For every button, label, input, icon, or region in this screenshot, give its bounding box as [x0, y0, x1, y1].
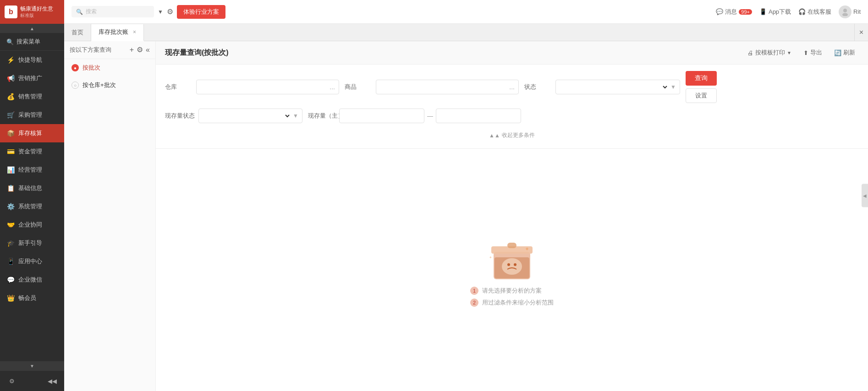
inventory-status-label: 现存量状态 — [165, 112, 195, 120]
scheme-by-warehouse-batch[interactable]: ○ 按仓库+批次 — [64, 76, 155, 94]
scheme-settings-btn[interactable]: ⚙ — [137, 46, 143, 54]
tab-panel-close-btn[interactable]: × — [854, 24, 868, 41]
sidebar-item-operations[interactable]: 📊 经营管理 — [0, 161, 64, 179]
sidebar-item-wechat[interactable]: 💬 企业微信 — [0, 271, 64, 289]
refresh-btn[interactable]: 🔄 刷新 — [830, 47, 859, 59]
tab-inventory-batch[interactable]: 库存批次账 × — [91, 24, 144, 41]
empty-state: ✦ ✦ 1 请先选择要分析的方案 2 用过滤条件来缩小分析范围 — [156, 149, 868, 391]
collapse-up-icon: ▲▲ — [489, 132, 500, 139]
status-select-wrap[interactable]: ▼ — [555, 80, 680, 94]
print-chevron-icon: ▼ — [787, 50, 791, 55]
product-dots-btn[interactable]: ... — [509, 83, 515, 91]
add-scheme-btn[interactable]: + — [130, 46, 134, 54]
tab-home[interactable]: 首页 — [64, 24, 91, 41]
tab-close-btn[interactable]: × — [133, 29, 136, 35]
sidebar-item-apps[interactable]: 📱 应用中心 — [0, 252, 64, 271]
user-menu-btn[interactable]: Rit — [839, 5, 861, 18]
sidebar-item-purchase[interactable]: 🛒 采购管理 — [0, 106, 64, 124]
app-download-label: App下载 — [769, 8, 791, 16]
product-input-wrap[interactable]: ... — [376, 80, 519, 94]
svg-point-6 — [502, 258, 522, 275]
finance-icon: 💳 — [6, 147, 15, 156]
sidebar-item-member[interactable]: 👑 畅会员 — [0, 289, 64, 307]
left-panel-header: 按以下方案查询 + ⚙ « — [64, 41, 155, 59]
empty-hint-1: 1 请先选择要分析的方案 — [470, 287, 554, 295]
collapse-more-conditions[interactable]: ▲▲ 收起更多条件 — [165, 129, 859, 142]
sidebar-label-operations: 经营管理 — [18, 166, 42, 174]
sidebar-item-sales[interactable]: 💰 销售管理 — [0, 87, 64, 106]
sidebar-label-finance: 资金管理 — [18, 147, 42, 156]
sidebar-item-quick-nav[interactable]: ⚡ 快捷导航 — [0, 51, 64, 69]
hint-text-2: 用过滤条件来缩小分析范围 — [482, 299, 554, 307]
page-header: 现存量查询(按批次) 🖨 按模板打印 ▼ ⬆ 导出 🔄 刷新 — [156, 41, 868, 65]
empty-hints: 1 请先选择要分析的方案 2 用过滤条件来缩小分析范围 — [470, 287, 554, 307]
sidebar-label-quick-nav: 快捷导航 — [18, 56, 42, 64]
topbar-search-box[interactable]: 🔍 搜索 — [71, 6, 154, 17]
inventory-qty-min-input[interactable] — [339, 109, 424, 123]
scheme-by-batch-label: 按批次 — [82, 64, 100, 72]
status-select[interactable] — [560, 83, 669, 91]
refresh-label: 刷新 — [843, 49, 855, 57]
print-btn[interactable]: 🖨 按模板打印 ▼ — [744, 47, 795, 59]
tab-bar: 首页 库存批次账 × × — [64, 24, 868, 41]
svg-rect-5 — [507, 243, 516, 248]
sidebar-item-inventory[interactable]: 📦 库存核算 — [0, 124, 64, 142]
filter-settings-btn[interactable]: 设置 — [686, 88, 717, 103]
collapse-panel-btn[interactable]: « — [146, 46, 150, 54]
warehouse-input-wrap[interactable]: ... — [196, 80, 339, 94]
message-btn[interactable]: 💬 消息 99+ — [716, 8, 752, 16]
scroll-down-btn[interactable]: ▼ — [0, 361, 64, 370]
sidebar-item-finance[interactable]: 💳 资金管理 — [0, 142, 64, 161]
message-icon: 💬 — [716, 8, 723, 15]
inventory-qty-max-input[interactable] — [436, 109, 521, 123]
trial-btn[interactable]: 体验行业方案 — [177, 5, 225, 19]
sidebar-item-newbie[interactable]: 🎓 新手引导 — [0, 234, 64, 252]
query-btn[interactable]: 查询 — [686, 71, 717, 86]
collapse-sidebar-btn[interactable]: ◀◀ — [47, 375, 58, 386]
page-header-actions: 🖨 按模板打印 ▼ ⬆ 导出 🔄 刷新 — [744, 47, 859, 59]
sidebar-item-marketing[interactable]: 📢 营销推广 — [0, 69, 64, 87]
sidebar-item-basics[interactable]: 📋 基础信息 — [0, 179, 64, 197]
topbar-dropdown-btn[interactable]: ▼ — [158, 9, 163, 15]
message-label: 消息 — [725, 8, 737, 16]
inventory-status-select-wrap[interactable]: ▼ — [198, 109, 302, 123]
scroll-up-btn[interactable]: ▲ — [0, 24, 64, 33]
filter-buttons: 查询 设置 — [686, 71, 717, 103]
cooperation-icon: 🤝 — [6, 221, 15, 229]
page-title: 现存量查询(按批次) — [165, 48, 229, 58]
sidebar-item-system[interactable]: ⚙️ 系统管理 — [0, 197, 64, 216]
online-service-btn[interactable]: 🎧 在线客服 — [798, 8, 831, 16]
topbar-gear-icon[interactable]: ⚙ — [167, 7, 173, 16]
right-slide-panel-btn[interactable]: ◀ — [862, 184, 868, 207]
empty-svg: ✦ ✦ — [484, 234, 539, 284]
sidebar-item-cooperation[interactable]: 🤝 企业协同 — [0, 216, 64, 234]
content-area: 按以下方案查询 + ⚙ « ● 按批次 ○ 按仓库+批次 现存量查询(按批次) — [64, 41, 868, 391]
print-icon: 🖨 — [747, 49, 753, 56]
scheme-by-warehouse-batch-label: 按仓库+批次 — [82, 81, 116, 89]
hint-num-2: 2 — [470, 299, 478, 307]
product-input[interactable] — [380, 84, 507, 91]
collapse-label: 收起更多条件 — [502, 131, 535, 139]
scheme-by-batch[interactable]: ● 按批次 — [64, 59, 155, 76]
sidebar-scroll: 🔍 搜索菜单 ⚡ 快捷导航 📢 营销推广 💰 销售管理 🛒 采购管理 📦 库存核… — [0, 33, 64, 361]
print-label: 按模板打印 — [755, 49, 785, 57]
empty-illustration: ✦ ✦ — [484, 234, 539, 279]
sidebar-search[interactable]: 🔍 搜索菜单 — [0, 33, 64, 51]
settings-footer-icon[interactable]: ⚙ — [6, 375, 17, 386]
warehouse-dots-btn[interactable]: ... — [330, 83, 335, 91]
app-download-btn[interactable]: 📱 App下载 — [759, 8, 791, 16]
sidebar-label-newbie: 新手引导 — [18, 239, 42, 247]
company-name: 畅康通好生意 — [20, 5, 53, 13]
export-btn[interactable]: ⬆ 导出 — [800, 47, 826, 59]
sidebar-label-marketing: 营销推广 — [18, 74, 42, 82]
member-icon: 👑 — [6, 294, 15, 302]
inventory-status-select[interactable] — [203, 112, 291, 120]
status-filter: 状态 ▼ — [524, 80, 680, 94]
marketing-icon: 📢 — [6, 74, 15, 82]
sidebar-label-apps: 应用中心 — [18, 257, 42, 266]
status-chevron-icon: ▼ — [670, 84, 676, 90]
export-icon: ⬆ — [803, 49, 808, 56]
warehouse-input[interactable] — [200, 84, 328, 91]
svg-text:✦: ✦ — [489, 255, 492, 260]
topbar-left: 🔍 搜索 ▼ ⚙ 体验行业方案 — [71, 5, 711, 19]
